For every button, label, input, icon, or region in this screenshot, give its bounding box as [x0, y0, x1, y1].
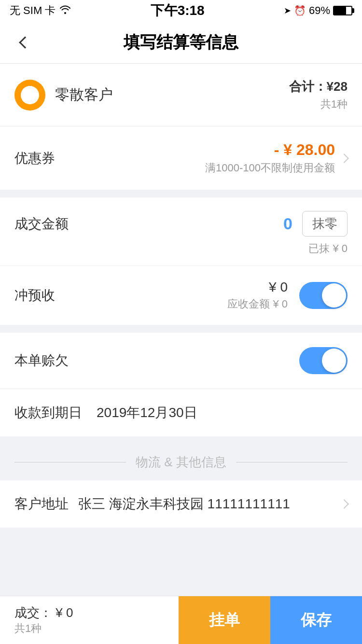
customer-left: 零散客户 [14, 80, 113, 111]
bottom-deal-label: 成交： [14, 605, 52, 620]
customer-row: 零散客户 合计：¥28 共1种 [0, 64, 362, 126]
divider-right [236, 462, 348, 462]
battery-percent: 69% [309, 4, 330, 17]
prepay-values: ¥ 0 应收金额 ¥ 0 [227, 280, 288, 311]
credit-toggle[interactable] [299, 347, 348, 374]
toggle-knob [322, 283, 346, 308]
prepay-label: 冲预收 [14, 286, 55, 305]
credit-card: 本单赊欠 收款到期日 2019年12月30日 [0, 333, 362, 436]
avatar [14, 80, 45, 111]
customer-card: 零散客户 合计：¥28 共1种 优惠券 - ¥ 28.00 满1000-100不… [0, 64, 362, 190]
content: 零散客户 合计：¥28 共1种 优惠券 - ¥ 28.00 满1000-100不… [0, 64, 362, 644]
back-button[interactable] [14, 32, 36, 53]
sim-label: 无 SIM 卡 [10, 3, 56, 18]
customer-name: 零散客户 [55, 85, 113, 105]
logistics-section-header: 物流 & 其他信息 [0, 444, 362, 480]
prepay-toggle[interactable] [299, 282, 348, 309]
credit-label: 本单赊欠 [14, 351, 69, 370]
round-zero-button[interactable]: 抹零 [302, 211, 348, 237]
save-button[interactable]: 保存 [270, 596, 362, 644]
credit-toggle-knob [322, 349, 346, 373]
coupon-value: - ¥ 28.00 [205, 141, 335, 159]
prepay-row: 冲预收 ¥ 0 应收金额 ¥ 0 [0, 266, 362, 325]
due-date: 2019年12月30日 [97, 404, 197, 422]
prepay-sub-value: 应收金额 ¥ 0 [227, 297, 288, 311]
nav-bar: 填写结算等信息 [0, 21, 362, 64]
hang-button[interactable]: 挂单 [179, 596, 270, 644]
bottom-deal-row: 成交： ¥ 0 [14, 604, 164, 621]
address-label: 客户地址 [14, 495, 69, 513]
address-chevron-icon [339, 499, 349, 509]
status-time: 下午3:18 [151, 1, 205, 20]
coupon-row[interactable]: 优惠券 - ¥ 28.00 满1000-100不限制使用金额 [0, 126, 362, 190]
coupon-sub: 满1000-100不限制使用金额 [205, 161, 335, 175]
coupon-label: 优惠券 [14, 149, 55, 168]
deal-value: 0 [283, 214, 292, 233]
deal-sub: 已抹 ¥ 0 [0, 241, 362, 266]
due-row: 收款到期日 2019年12月30日 [0, 389, 362, 436]
deal-card: 成交金额 0 抹零 已抹 ¥ 0 冲预收 ¥ 0 应收金额 ¥ 0 [0, 197, 362, 325]
bottom-deal-value: ¥ 0 [56, 605, 73, 620]
divider-left [14, 462, 126, 462]
avatar-inner [21, 86, 39, 104]
bottom-bar: 成交： ¥ 0 共1种 挂单 保存 [0, 596, 362, 644]
customer-right: 合计：¥28 共1种 [289, 78, 348, 112]
deal-label: 成交金额 [14, 215, 69, 233]
logistics-header-line: 物流 & 其他信息 [14, 454, 348, 471]
address-row[interactable]: 客户地址 张三 海淀永丰科技园 11111111111 [0, 480, 362, 528]
deal-row: 成交金额 0 抹零 [0, 197, 362, 241]
back-arrow-icon [19, 36, 31, 48]
status-right: ➤ ⏰ 69% [284, 4, 352, 17]
logistics-label: 物流 & 其他信息 [136, 454, 226, 471]
due-label: 收款到期日 [14, 404, 82, 422]
page-title: 填写结算等信息 [124, 31, 238, 54]
address-value: 张三 海淀永丰科技园 11111111111 [78, 495, 335, 513]
total-count: 共1种 [289, 97, 348, 112]
status-left: 无 SIM 卡 [10, 3, 71, 18]
location-icon: ➤ [284, 5, 291, 16]
prepay-main-value: ¥ 0 [227, 280, 288, 295]
bottom-info: 成交： ¥ 0 共1种 [0, 596, 179, 644]
total-amount: 合计：¥28 [289, 78, 348, 95]
wifi-icon [59, 4, 71, 17]
status-bar: 无 SIM 卡 下午3:18 ➤ ⏰ 69% [0, 0, 362, 21]
credit-row: 本单赊欠 [0, 333, 362, 389]
chevron-right-icon [339, 154, 349, 163]
bottom-count: 共1种 [14, 621, 164, 636]
battery-icon [333, 6, 352, 15]
address-card[interactable]: 客户地址 张三 海淀永丰科技园 11111111111 [0, 480, 362, 528]
alarm-icon: ⏰ [294, 5, 306, 16]
